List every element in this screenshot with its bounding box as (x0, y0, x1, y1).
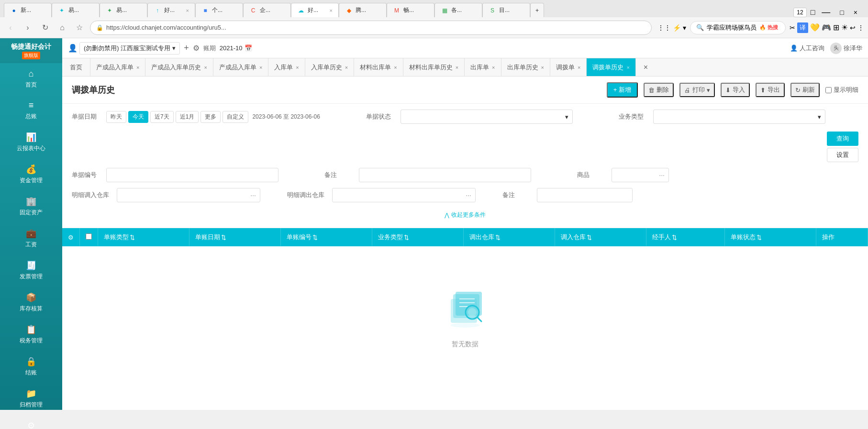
page-tab-material-outbound-history[interactable]: 材料出库单历史 × (403, 58, 465, 77)
night-icon[interactable]: ☀ (841, 23, 848, 32)
close-all-tabs-btn[interactable]: × (640, 63, 652, 72)
page-tab-inbound-history[interactable]: 入库单历史 × (305, 58, 354, 77)
sidebar-item-invoice[interactable]: 🧾 发票管理 (0, 254, 62, 286)
sidebar-item-ledger[interactable]: ≡ 总账 (0, 95, 62, 126)
date-btn-more[interactable]: 更多 (200, 111, 221, 123)
browser-tab-4[interactable]: ↑ 好... × (147, 3, 195, 17)
sidebar-item-fixed[interactable]: 🏢 固定资产 (0, 190, 62, 222)
sidebar-item-archive[interactable]: 📁 归档管理 (0, 383, 62, 415)
translate-icon[interactable]: 译 (797, 22, 808, 33)
detail-in-select[interactable]: ··· (117, 188, 260, 202)
detail-out-select[interactable]: ··· (332, 188, 476, 202)
settings-gear-icon[interactable]: ⚙ (193, 44, 200, 53)
close-browser-btn[interactable]: × (851, 9, 860, 16)
sidebar-item-wages[interactable]: 💼 工资 (0, 222, 62, 254)
bookmark-btn[interactable]: ☆ (73, 21, 86, 34)
collapse-btn[interactable]: ⋀ 收起更多条件 (72, 208, 858, 222)
th-biztype[interactable]: 业务类型 ⇅ (372, 228, 464, 246)
undo-icon[interactable]: ↩ (850, 24, 856, 32)
add-company-btn[interactable]: + (184, 43, 189, 53)
browser-menu-icon[interactable]: ⋮⋮ (657, 24, 671, 32)
grid-icon[interactable]: ⊞ (833, 23, 839, 32)
browser-settings-icon[interactable]: ⋮ (857, 24, 864, 32)
browser-tab-10[interactable]: ▦ 各... (434, 3, 482, 17)
browser-search-box[interactable]: 🔍 学霸应聘场驱鸟员 🔥 热搜 (690, 21, 786, 34)
date-btn-1month[interactable]: 近1月 (176, 111, 199, 123)
page-tab-outbound-history[interactable]: 出库单历史 × (501, 58, 550, 77)
page-tab-product-inbound2[interactable]: 产成品入库单 × (213, 58, 268, 77)
th-handler[interactable]: 经手人 ⇅ (646, 228, 724, 246)
period-value[interactable]: 2021-10 📅 (220, 44, 252, 52)
page-tab-material-outbound[interactable]: 材料出库单 × (354, 58, 403, 77)
cut-icon[interactable]: ✂ (790, 24, 795, 32)
browser-tab-3[interactable]: ✦ 易... (100, 3, 147, 17)
wallet-icon[interactable]: 💛 (810, 23, 820, 32)
back-btn[interactable]: ‹ (4, 21, 17, 34)
sidebar-item-reports[interactable]: 📊 云报表中心 (0, 126, 62, 158)
tab-manager-icon[interactable]: □ (811, 8, 815, 17)
export-btn[interactable]: ⬆ 导出 (756, 83, 785, 97)
page-tab-inbound[interactable]: 入库单 × (268, 58, 305, 77)
browser-tab-5[interactable]: ■ 个... (195, 3, 243, 17)
goods-select[interactable]: ··· (612, 168, 669, 182)
browser-tab-7[interactable]: ☁ 好... × (291, 3, 339, 17)
th-status[interactable]: 单账状态 ⇅ (724, 228, 816, 246)
sidebar-item-funds[interactable]: 💰 资金管理 (0, 158, 62, 190)
date-btn-today[interactable]: 今天 (128, 111, 148, 123)
remark2-input[interactable] (537, 188, 633, 202)
docnum-input[interactable] (106, 168, 278, 182)
sidebar-item-inventory[interactable]: 📦 库存核算 (0, 286, 62, 319)
sidebar-item-settings[interactable]: ⚙ 基础设置 (0, 415, 62, 429)
company-selector[interactable]: (勿删勿禁用) 江西服宝测试专用 ▾ (79, 42, 180, 55)
th-type[interactable]: 单账类型 ⇅ (98, 228, 189, 246)
tab-close-4[interactable]: × (186, 8, 189, 13)
import-btn[interactable]: ⬇ 导入 (721, 83, 750, 97)
remark-input[interactable] (359, 168, 531, 182)
page-tab-product-inbound-close[interactable]: × (136, 65, 139, 70)
page-tab-outbound-close[interactable]: × (492, 65, 495, 70)
consult-btn[interactable]: 👤 人工咨询 (790, 44, 824, 53)
th-outwarehouse[interactable]: 调出仓库 ⇅ (464, 228, 555, 246)
page-tab-product-inbound[interactable]: 产成品入库单 × (90, 58, 145, 77)
th-date[interactable]: 单账日期 ⇅ (189, 228, 281, 246)
address-bar[interactable]: 🔒 https://cloud.chanjet.com/accounting/u… (90, 21, 652, 35)
page-tab-transfer[interactable]: 调拨单 × (550, 58, 587, 77)
select-all-checkbox[interactable] (86, 233, 92, 240)
th-gear[interactable]: ⚙ (62, 228, 80, 246)
date-btn-7days[interactable]: 近7天 (150, 111, 174, 123)
browser-tab-8[interactable]: ◆ 腾... (339, 3, 387, 17)
sidebar-item-close[interactable]: 🔒 结账 (0, 351, 62, 383)
date-btn-yesterday[interactable]: 昨天 (106, 111, 126, 123)
dropdown-icon[interactable]: ▾ (683, 24, 686, 32)
forward-btn[interactable]: › (21, 21, 34, 34)
setting-btn[interactable]: 设置 (827, 148, 858, 162)
date-btn-custom[interactable]: 自定义 (223, 111, 248, 123)
refresh-page-btn[interactable]: ↻ 刷新 (790, 83, 820, 97)
game-icon[interactable]: 🎮 (822, 23, 831, 32)
home-btn[interactable]: ⌂ (56, 21, 69, 34)
page-tab-inbound-close[interactable]: × (296, 65, 299, 70)
browser-tab-6[interactable]: C 企... (243, 3, 291, 17)
extension-icon[interactable]: ⚡ (673, 24, 681, 32)
show-cols-checkbox[interactable] (825, 87, 832, 93)
detail-out-ellipsis[interactable]: ··· (466, 191, 471, 199)
page-tab-transfer-close[interactable]: × (578, 65, 580, 70)
browser-tab-2[interactable]: ✦ 易... (52, 3, 100, 17)
refresh-btn[interactable]: ↻ (38, 21, 52, 34)
browser-tab-11[interactable]: S 目... (482, 3, 530, 17)
page-tab-outbound-history-close[interactable]: × (541, 65, 544, 70)
maximize-btn[interactable]: □ (837, 9, 846, 16)
new-btn[interactable]: + 新增 (607, 82, 638, 98)
minimize-btn[interactable]: — (819, 7, 833, 17)
browser-tab-9[interactable]: M 畅... (387, 3, 434, 17)
browser-tab-1[interactable]: ● 新... (4, 3, 52, 17)
show-cols-btn[interactable]: 显示明细 (825, 86, 858, 94)
sidebar-item-home[interactable]: ⌂ 首页 (0, 63, 62, 95)
page-tab-product-inbound-history[interactable]: 产成品入库单历史 × (145, 58, 213, 77)
page-tab-inbound-history-close[interactable]: × (345, 65, 348, 70)
page-tab-product-inbound2-close[interactable]: × (259, 65, 262, 70)
print-btn[interactable]: 🖨 打印 ▾ (679, 83, 715, 97)
page-tab-product-inbound-history-close[interactable]: × (204, 65, 207, 70)
delete-btn[interactable]: 🗑 删除 (644, 83, 674, 97)
new-browser-tab-btn[interactable]: + (530, 3, 544, 17)
